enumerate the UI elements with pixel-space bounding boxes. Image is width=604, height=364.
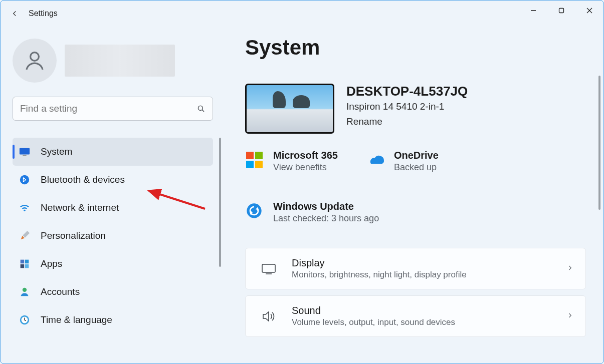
tile-title: Windows Update: [273, 201, 379, 212]
nav-label: Network & internet: [41, 202, 119, 213]
tile-sub: Last checked: 3 hours ago: [273, 213, 379, 224]
card-sound[interactable]: Sound Volume levels, output, input, soun…: [245, 295, 586, 337]
page-title: System: [245, 36, 589, 60]
search-input[interactable]: [20, 103, 196, 114]
monitor-icon: [19, 146, 31, 158]
nav-network[interactable]: Network & internet: [13, 194, 213, 222]
tile-windows-update[interactable]: Windows Update Last checked: 3 hours ago: [245, 201, 589, 224]
main-panel: System DESKTOP-4L537JQ Inspiron 14 5410 …: [221, 27, 603, 363]
paintbrush-icon: [19, 230, 31, 242]
nav-label: Personalization: [41, 230, 106, 241]
svg-rect-12: [21, 264, 25, 268]
tile-microsoft365[interactable]: Microsoft 365 View benefits: [245, 150, 338, 173]
person-icon: [19, 286, 31, 298]
bluetooth-icon: [19, 174, 31, 186]
minimize-button[interactable]: [519, 1, 547, 21]
device-model: Inspiron 14 5410 2-in-1: [346, 101, 468, 112]
nav-personalization[interactable]: Personalization: [13, 222, 213, 250]
svg-point-17: [247, 203, 261, 218]
apps-icon: [19, 258, 31, 270]
user-icon: [23, 49, 47, 73]
chevron-right-icon: [566, 310, 573, 322]
nav-label: System: [41, 146, 72, 157]
avatar: [13, 39, 57, 83]
nav-label: Accounts: [41, 286, 80, 297]
nav: System Bluetooth & devices Network & int…: [13, 138, 213, 334]
rename-link[interactable]: Rename: [346, 116, 468, 127]
clock-globe-icon: [19, 314, 31, 326]
wallpaper-thumbnail[interactable]: [245, 84, 334, 134]
nav-label: Apps: [41, 258, 62, 269]
main-scrollbar[interactable]: [598, 76, 600, 210]
title-bar: Settings: [1, 1, 603, 27]
svg-rect-18: [262, 264, 275, 272]
nav-accounts[interactable]: Accounts: [13, 278, 213, 306]
svg-rect-13: [25, 264, 29, 268]
search-icon: [196, 104, 206, 113]
arrow-left-icon: [10, 9, 19, 18]
tile-title: OneDrive: [394, 150, 439, 161]
nav-label: Time & language: [41, 314, 112, 325]
maximize-button[interactable]: [547, 1, 575, 21]
device-info: DESKTOP-4L537JQ Inspiron 14 5410 2-in-1 …: [346, 84, 468, 134]
device-block: DESKTOP-4L537JQ Inspiron 14 5410 2-in-1 …: [245, 84, 589, 134]
card-title: Display: [292, 257, 467, 269]
svg-point-5: [198, 106, 203, 110]
svg-rect-7: [20, 148, 30, 155]
card-sub: Monitors, brightness, night light, displ…: [292, 270, 467, 280]
display-icon: [260, 260, 278, 278]
window-controls: [519, 1, 603, 21]
svg-rect-1: [559, 9, 564, 13]
svg-point-4: [31, 53, 39, 61]
sound-icon: [260, 307, 278, 325]
tile-onedrive[interactable]: OneDrive Backed up: [366, 150, 439, 173]
close-button[interactable]: [575, 1, 603, 21]
onedrive-icon: [366, 151, 384, 169]
card-title: Sound: [292, 305, 455, 316]
wifi-icon: [19, 202, 31, 214]
svg-line-6: [202, 110, 204, 112]
nav-system[interactable]: System: [13, 138, 213, 166]
user-block[interactable]: [13, 39, 212, 83]
back-button[interactable]: [5, 4, 25, 24]
tile-sub: View benefits: [273, 162, 338, 173]
nav-label: Bluetooth & devices: [41, 174, 125, 185]
close-icon: [586, 8, 592, 14]
info-tiles: Microsoft 365 View benefits OneDrive Bac…: [245, 150, 589, 224]
svg-rect-8: [23, 155, 26, 155]
chevron-right-icon: [566, 263, 573, 275]
nav-bluetooth[interactable]: Bluetooth & devices: [13, 166, 213, 194]
maximize-icon: [558, 8, 564, 14]
update-icon: [245, 202, 263, 220]
svg-point-14: [23, 288, 27, 292]
tile-sub: Backed up: [394, 162, 439, 173]
minimize-icon: [530, 8, 536, 14]
svg-rect-10: [21, 260, 25, 264]
microsoft365-icon: [245, 151, 263, 169]
app-title: Settings: [29, 9, 58, 18]
nav-time-language[interactable]: Time & language: [13, 306, 213, 334]
sidebar: System Bluetooth & devices Network & int…: [1, 27, 221, 363]
user-name-placeholder: [65, 45, 175, 77]
card-sub: Volume levels, output, input, sound devi…: [292, 317, 455, 327]
device-name: DESKTOP-4L537JQ: [346, 84, 468, 99]
card-display[interactable]: Display Monitors, brightness, night ligh…: [245, 248, 586, 289]
nav-apps[interactable]: Apps: [13, 250, 213, 278]
tile-title: Microsoft 365: [273, 150, 338, 161]
svg-rect-11: [25, 260, 29, 264]
svg-point-9: [20, 175, 29, 184]
search-box[interactable]: [13, 97, 213, 121]
